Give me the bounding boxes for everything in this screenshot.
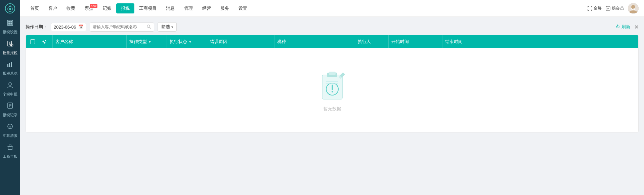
baoshuizonglam-icon <box>7 61 13 70</box>
operation-type-header[interactable]: 操作类型 ▼ <box>127 35 167 48</box>
piliangbaoshui-icon <box>7 40 13 49</box>
sidebar-item-label: 报税设置 <box>3 30 17 35</box>
fullscreen-icon <box>588 6 592 11</box>
sidebar-item-label: 报税总览 <box>3 71 17 76</box>
date-picker[interactable]: 2023-06-06 📅 <box>51 23 86 31</box>
date-label: 操作日期： <box>26 24 47 30</box>
svg-text:CE: CE <box>631 7 636 10</box>
table-header: 客户名称 操作类型 ▼ 执行状态 ▼ 错误原因 税种 执行人 <box>26 35 638 48</box>
fullscreen-label: 全屏 <box>594 5 602 11</box>
customer-name-header: 客户名称 <box>53 35 127 48</box>
sidebar-item-label: 报税记录 <box>3 113 17 118</box>
main-area: 首页 客户 收费 票据 new 记账 报税 工商项目 消息 管理 经营 服务 设… <box>20 0 644 195</box>
sidebar-item-label: 汇算清缴 <box>3 133 17 138</box>
baoshui-shezhi-icon <box>7 20 13 29</box>
baoshuijilu-icon <box>7 102 13 111</box>
executor-header: 执行人 <box>355 35 389 48</box>
svg-point-16 <box>9 83 11 85</box>
topnav-right: 全屏 畅会员 CE <box>588 3 639 14</box>
search-input-wrap[interactable] <box>90 23 154 32</box>
chevron-down-icon: ▾ <box>171 25 173 29</box>
sidebar-item-piliangbaoshui[interactable]: 批量报税 <box>0 38 20 58</box>
nav-item-gongshang[interactable]: 工商项目 <box>134 3 161 13</box>
sidebar-item-baoshuizonglam[interactable]: 报税总览 <box>0 58 20 79</box>
refresh-icon: ↻ <box>614 23 621 31</box>
sidebar-item-gongshang[interactable]: 工商年报 <box>0 141 20 162</box>
svg-text:¥: ¥ <box>9 125 11 128</box>
svg-rect-2 <box>7 20 13 26</box>
tax-type-header: 税种 <box>274 35 355 48</box>
exec-status-header[interactable]: 执行状态 ▼ <box>167 35 207 48</box>
table-body: 暂无数据 <box>26 48 638 132</box>
start-time-header: 开始时间 <box>389 35 442 48</box>
nav-item-xiaoxi[interactable]: 消息 <box>161 3 179 13</box>
svg-rect-14 <box>11 62 12 67</box>
sort-icon: ▼ <box>148 40 152 44</box>
nav-item-jizhi[interactable]: 记账 <box>98 3 116 13</box>
search-icon <box>146 24 151 30</box>
new-badge: new <box>90 4 97 8</box>
nav-item-baoshui[interactable]: 报税 <box>116 3 134 13</box>
date-value: 2023-06-06 <box>54 25 76 30</box>
fullscreen-button[interactable]: 全屏 <box>588 5 602 11</box>
svg-point-30 <box>147 25 150 28</box>
svg-rect-35 <box>329 72 336 75</box>
svg-rect-26 <box>606 6 610 10</box>
huisuan-icon: ¥ <box>7 123 13 132</box>
nav-item-home[interactable]: 首页 <box>26 3 44 13</box>
settings-icon <box>42 39 47 44</box>
content-area: 操作日期： 2023-06-06 📅 筛选 ▾ <box>20 17 644 195</box>
svg-rect-3 <box>8 21 10 23</box>
svg-line-31 <box>149 27 151 29</box>
sidebar-item-baoshui-shezhi[interactable]: 报税设置 <box>0 17 20 38</box>
nav-item-fuwu[interactable]: 服务 <box>216 3 234 13</box>
nav-item-shezhi[interactable]: 设置 <box>234 3 252 13</box>
svg-point-32 <box>44 41 45 43</box>
calendar-icon: 📅 <box>78 25 83 29</box>
error-reason-header: 错误原因 <box>207 35 274 48</box>
svg-point-1 <box>9 8 11 10</box>
svg-rect-23 <box>8 146 12 150</box>
svg-point-38 <box>332 91 333 92</box>
member-button[interactable]: 畅会员 <box>606 5 624 11</box>
svg-rect-13 <box>9 63 10 67</box>
settings-column-header <box>39 35 53 48</box>
sidebar-item-label: 批量报税 <box>3 50 17 55</box>
svg-rect-24 <box>9 145 11 146</box>
member-label: 畅会员 <box>612 5 624 11</box>
nav-item-shoufei[interactable]: 收费 <box>62 3 80 13</box>
nav-item-jingying[interactable]: 经营 <box>198 3 216 13</box>
filter-bar-right: ↻ 刷新 ✕ <box>616 24 639 30</box>
sidebar-item-label: 工商年报 <box>3 154 17 159</box>
refresh-label: 刷新 <box>621 24 630 30</box>
nav-item-guanli[interactable]: 管理 <box>179 3 198 13</box>
logo <box>0 0 20 17</box>
geshui-icon <box>7 82 13 91</box>
checkbox-column-header[interactable] <box>26 35 39 48</box>
sidebar-item-baoshuijilu[interactable]: 报税记录 <box>0 100 20 120</box>
svg-rect-12 <box>7 64 8 67</box>
sidebar-item-label: 个税申报 <box>3 92 17 97</box>
empty-illustration <box>315 68 349 102</box>
filter-button[interactable]: 筛选 ▾ <box>158 22 177 32</box>
member-icon <box>606 6 610 11</box>
nav-item-piao[interactable]: 票据 new <box>80 3 98 13</box>
empty-state: 暂无数据 <box>26 48 638 132</box>
sort-icon: ▼ <box>188 40 192 44</box>
filter-bar: 操作日期： 2023-06-06 📅 筛选 ▾ <box>26 22 639 32</box>
nav-item-customer[interactable]: 客户 <box>44 3 62 13</box>
search-input[interactable] <box>93 25 146 29</box>
top-navigation: 首页 客户 收费 票据 new 记账 报税 工商项目 消息 管理 经营 服务 设… <box>20 0 644 17</box>
empty-text: 暂无数据 <box>324 106 341 112</box>
avatar[interactable]: CE <box>628 3 639 14</box>
svg-rect-4 <box>8 23 10 25</box>
close-button[interactable]: ✕ <box>634 24 639 30</box>
gongshang-icon <box>7 144 13 153</box>
sidebar: 报税设置 批量报税 报税总览 <box>0 0 20 195</box>
nav-items: 首页 客户 收费 票据 new 记账 报税 工商项目 消息 管理 经营 服务 设… <box>26 3 588 13</box>
refresh-button[interactable]: ↻ 刷新 <box>616 24 630 30</box>
data-table: 客户名称 操作类型 ▼ 执行状态 ▼ 错误原因 税种 执行人 <box>26 35 639 132</box>
sidebar-item-huisuan[interactable]: ¥ 汇算清缴 <box>0 120 20 141</box>
sidebar-item-geshui[interactable]: 个税申报 <box>0 79 20 100</box>
select-all-checkbox[interactable] <box>30 39 35 44</box>
